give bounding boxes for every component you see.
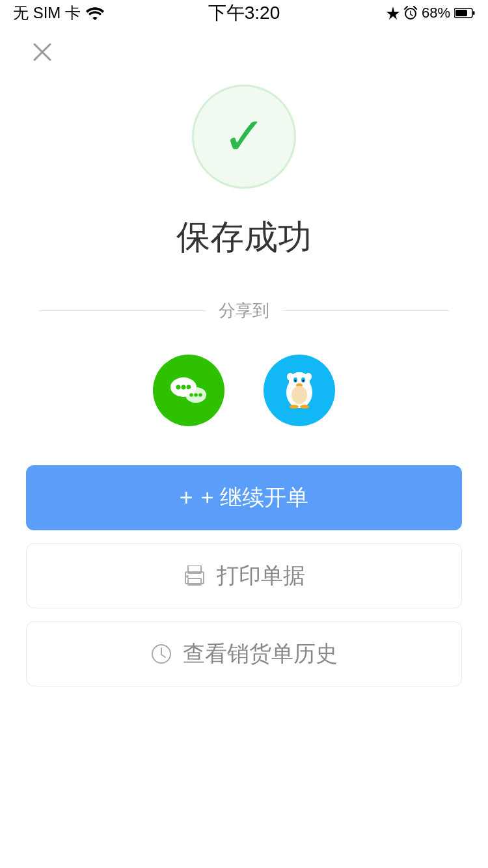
share-label: 分享到 [219,299,269,322]
divider-right [282,310,449,311]
status-bar: 无 SIM 卡 下午3:20 68% [0,0,488,26]
close-button[interactable] [26,36,59,68]
status-right: 68% [386,5,475,21]
wechat-share-button[interactable] [153,355,224,426]
status-time: 下午3:20 [208,1,280,25]
divider-left [39,310,206,311]
continue-label: + 继续开单 [201,483,308,513]
battery-icon [454,7,475,19]
svg-point-21 [291,386,307,404]
svg-rect-2 [473,11,475,15]
svg-point-13 [198,393,202,397]
buttons-section: + + 继续开单 打印单据 查看销货单历史 [0,465,488,686]
main-content: ✓ 保存成功 分享到 [0,26,488,686]
alarm-icon [403,6,418,20]
history-label: 查看销货单历史 [183,639,338,669]
share-section: 分享到 [0,299,488,426]
svg-point-11 [189,393,193,397]
no-sim-label: 无 SIM 卡 [13,3,81,23]
svg-point-24 [287,373,293,381]
svg-point-22 [290,405,299,409]
close-icon [32,42,53,62]
checkmark-icon: ✓ [223,111,266,163]
svg-point-12 [194,393,198,397]
plus-icon: + [180,484,193,511]
location-icon [386,7,400,20]
success-title: 保存成功 [176,215,312,260]
continue-button[interactable]: + + 继续开单 [26,465,462,530]
qq-icon [278,368,321,413]
battery-label: 68% [422,5,450,21]
svg-point-19 [302,380,304,382]
svg-point-29 [186,575,189,578]
print-label: 打印单据 [217,561,305,591]
status-left: 无 SIM 卡 [13,3,104,23]
share-divider-row: 分享到 [0,299,488,322]
print-button[interactable]: 打印单据 [26,543,462,608]
svg-point-23 [300,405,309,409]
history-button[interactable]: 查看销货单历史 [26,621,462,686]
svg-point-8 [181,385,185,389]
svg-point-18 [294,380,296,382]
qq-share-button[interactable] [264,355,335,426]
svg-point-7 [176,385,180,389]
share-icons-row [153,355,335,426]
print-icon [183,565,206,586]
wechat-icon [168,373,210,409]
svg-rect-3 [455,10,467,16]
svg-point-25 [305,373,312,381]
wifi-icon [86,6,104,20]
success-circle: ✓ [192,85,296,189]
history-icon [150,643,172,665]
